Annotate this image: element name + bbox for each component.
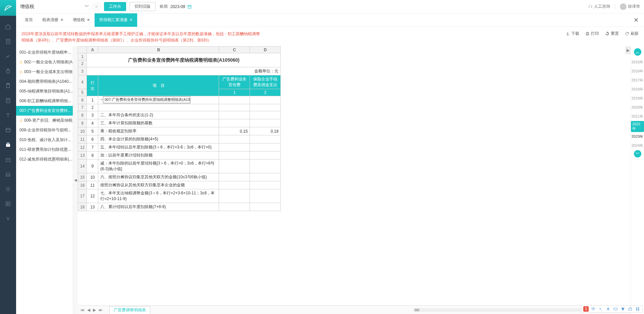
line-no[interactable]: 11 bbox=[87, 181, 98, 189]
ime-lang-icon[interactable]: 中 bbox=[591, 306, 596, 312]
archive-icon[interactable] bbox=[5, 156, 11, 163]
item-cell[interactable]: 减：本年扣除的以前年度结转额[3＞6，本行=0；3≤6，本行=8与(6-3)孰小… bbox=[98, 160, 219, 173]
value-cell-c[interactable] bbox=[219, 173, 250, 181]
form-list-item[interactable]: 001-企业所得税年度纳税申... bbox=[16, 48, 73, 57]
sheet-tab[interactable]: 广宣费调整明细表 bbox=[109, 306, 150, 314]
item-cell[interactable]: 二、本年符合条件的支出(1-2) bbox=[98, 111, 219, 119]
value-cell-c[interactable] bbox=[219, 111, 250, 119]
item-cell[interactable]: 七、本年支出纳税调整金额(3＞6，本行=2+3-6+10-11；3≤6，本行=2… bbox=[98, 189, 219, 203]
home-icon[interactable] bbox=[5, 23, 11, 30]
play-icon[interactable] bbox=[5, 200, 11, 207]
col-header-B[interactable]: B bbox=[98, 47, 219, 53]
line-no[interactable]: 5 bbox=[87, 127, 98, 135]
line-no[interactable]: 12 bbox=[87, 189, 98, 203]
download-button[interactable]: 下载 bbox=[566, 31, 579, 37]
value-cell-c[interactable] bbox=[219, 151, 250, 160]
scroll-up-icon[interactable]: ︽ bbox=[634, 48, 641, 56]
close-all-tabs-icon[interactable]: ✕ bbox=[632, 16, 640, 24]
clipboard-icon[interactable] bbox=[5, 82, 11, 89]
workbench-button[interactable]: 工作台 bbox=[104, 2, 126, 11]
inbox-icon[interactable] bbox=[5, 171, 11, 178]
col-header-A[interactable]: A bbox=[87, 47, 98, 53]
year-2022年[interactable]: 2022年 bbox=[631, 121, 644, 132]
v-icon[interactable] bbox=[5, 215, 11, 222]
close-icon[interactable]: ✕ bbox=[129, 18, 132, 22]
sheet-nav-prev-icon[interactable]: ◀ bbox=[87, 308, 90, 312]
form-list-item[interactable]: ⚠008-资产折旧、摊销及纳税... bbox=[16, 116, 73, 125]
bag-icon[interactable] bbox=[5, 68, 11, 74]
line-no[interactable]: 7 bbox=[87, 143, 98, 151]
value-cell-d[interactable] bbox=[250, 111, 281, 119]
tab-增值税[interactable]: 增值税✕ bbox=[68, 13, 95, 27]
value-cell-c[interactable] bbox=[219, 119, 250, 127]
value-cell-c[interactable] bbox=[219, 203, 250, 211]
line-no[interactable]: 6 bbox=[87, 135, 98, 143]
ime-mic-icon[interactable] bbox=[605, 306, 611, 312]
value-cell-d[interactable]: 0.18 bbox=[250, 127, 281, 135]
line-no[interactable]: 9 bbox=[87, 160, 98, 173]
value-cell-c[interactable]: 0.15 bbox=[219, 127, 250, 135]
item-cell[interactable]: 加：以前年度累计结转扣除额 bbox=[98, 151, 219, 160]
form-list-item[interactable]: 004-期间费用明细表(A1040... bbox=[16, 77, 73, 86]
user-menu[interactable]: 徐泽华 bbox=[620, 3, 640, 10]
year-2023年[interactable]: 2023年 bbox=[632, 132, 643, 141]
item-cell[interactable]: 五、本年结转以后年度扣除额(3＞6，本行=3-6；3≤6，本行=0) bbox=[98, 143, 219, 151]
value-cell-d[interactable] bbox=[250, 96, 281, 104]
ime-keyboard-icon[interactable] bbox=[613, 306, 618, 312]
value-cell-d[interactable] bbox=[250, 135, 281, 143]
gear-icon[interactable] bbox=[5, 186, 11, 192]
tab-税表清册[interactable]: 税表清册✕ bbox=[38, 13, 68, 27]
period-value[interactable]: 2023-09 bbox=[170, 4, 185, 9]
line-no[interactable]: 3 bbox=[87, 111, 98, 119]
value-cell-d[interactable] bbox=[250, 104, 281, 111]
corner-cell[interactable] bbox=[78, 47, 87, 53]
item-cell[interactable]: 四、本企业计算的扣除限额(4×5) bbox=[98, 135, 219, 143]
line-no[interactable]: 13 bbox=[87, 203, 98, 211]
year-2020年[interactable]: 2020年 bbox=[632, 103, 643, 112]
value-cell-c[interactable] bbox=[219, 181, 250, 189]
year-2017年[interactable]: 2017年 bbox=[632, 76, 643, 85]
ime-skin-icon[interactable] bbox=[620, 306, 626, 312]
tab-所得税汇算清缴[interactable]: 所得税汇算清缴✕ bbox=[95, 13, 137, 27]
item-cell[interactable]: 三、本年计算扣除限额的基数 bbox=[98, 119, 219, 127]
item-cell[interactable]: 按照分摊协议从其他关联方归集至本企业的金额 bbox=[98, 181, 219, 189]
col-header-D[interactable]: D bbox=[250, 47, 281, 53]
switch-old-button[interactable]: 切到旧版 bbox=[129, 2, 156, 11]
value-cell-d[interactable] bbox=[250, 151, 281, 160]
value-cell-c[interactable] bbox=[219, 160, 250, 173]
value-cell-c[interactable] bbox=[219, 104, 250, 111]
expand-right-handle[interactable]: ▶ bbox=[625, 46, 631, 54]
collapse-sidebar-handle[interactable]: ◀ bbox=[73, 46, 78, 314]
close-icon[interactable]: ✕ bbox=[60, 18, 63, 22]
value-cell-d[interactable] bbox=[250, 173, 281, 181]
value-cell-c[interactable] bbox=[219, 143, 250, 151]
sheet-nav-first-icon[interactable]: ⏮ bbox=[80, 308, 85, 312]
list-toggle-icon[interactable] bbox=[93, 3, 101, 11]
col-header-C[interactable]: C bbox=[219, 47, 250, 53]
close-icon[interactable]: ✕ bbox=[87, 18, 90, 22]
item-cell[interactable]: 乘：税收规定扣除率 bbox=[98, 127, 219, 135]
calendar-picker-icon[interactable] bbox=[187, 4, 192, 9]
sheet-nav-last-icon[interactable]: ⏭ bbox=[99, 308, 103, 312]
value-cell-d[interactable] bbox=[250, 189, 281, 203]
form-list-item[interactable]: 009-企业所得税弥补亏损明... bbox=[16, 125, 73, 135]
form-list-item[interactable]: ⚠002-一般企业收入明细表(A... bbox=[16, 57, 73, 67]
line-no[interactable]: 2 bbox=[87, 104, 98, 111]
spreadsheet[interactable]: A B C D 1广告费和业务宣传费跨年度纳税调整明细表(A105060) 2 … bbox=[78, 46, 281, 211]
value-cell-c[interactable] bbox=[219, 189, 250, 203]
year-2024年[interactable]: 2024年 bbox=[632, 141, 643, 150]
ime-toolbox-icon[interactable] bbox=[628, 306, 633, 312]
form-list-item[interactable]: 007-广告费和业务宣传费跨... bbox=[16, 106, 73, 116]
doc-icon[interactable] bbox=[5, 38, 11, 45]
tax-icon[interactable] bbox=[5, 141, 11, 148]
form-list-item[interactable]: 012-减免所得税优惠明细表(... bbox=[16, 154, 73, 164]
line-no[interactable]: 4 bbox=[87, 119, 98, 127]
form-list-item[interactable]: ⚠003-一般企业成本支出明细... bbox=[16, 67, 73, 77]
item-cell[interactable]: 六、按照分摊协议归集至其他关联方的金额(10≤3与6孰小值) bbox=[98, 173, 219, 181]
value-cell-d[interactable] bbox=[250, 160, 281, 173]
year-2015年[interactable]: 2015年 bbox=[632, 58, 643, 67]
form-list-item[interactable]: 005-纳税调整项目明细表(A1... bbox=[16, 86, 73, 96]
support-link[interactable]: 人工咨询 bbox=[588, 4, 610, 9]
ime-grid-icon[interactable] bbox=[635, 306, 640, 312]
ime-punct-icon[interactable]: •, bbox=[598, 306, 603, 312]
